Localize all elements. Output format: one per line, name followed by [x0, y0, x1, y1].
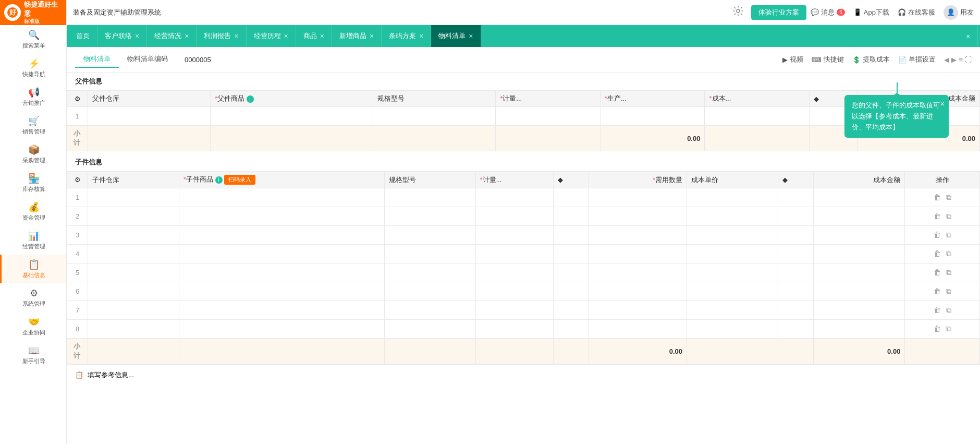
child-unit-cell[interactable]	[475, 301, 553, 320]
child-unitcost-cell[interactable]	[687, 320, 778, 339]
child-extra2-cell[interactable]	[778, 282, 814, 301]
child-qty-cell[interactable]	[589, 320, 687, 339]
child-qty-cell[interactable]	[589, 301, 687, 320]
child-spec-cell[interactable]	[384, 188, 475, 207]
child-warehouse-cell[interactable]	[88, 245, 179, 263]
child-product-cell[interactable]	[179, 301, 384, 320]
tab-operations[interactable]: 经营情况 ×	[147, 25, 197, 47]
tab-close-icon[interactable]: ×	[469, 32, 473, 40]
tab-close-icon[interactable]: ×	[320, 32, 324, 40]
single-settings-action[interactable]: 📄 单据设置	[898, 55, 936, 64]
sidebar-item-guide[interactable]: 📖 新手引导	[0, 341, 66, 369]
page-tab-bom[interactable]: 物料清单	[75, 51, 119, 68]
copy-btn[interactable]: ⧉	[946, 287, 951, 295]
child-qty-cell[interactable]	[589, 207, 687, 226]
child-warehouse-cell[interactable]	[88, 226, 179, 245]
child-unit-cell[interactable]	[475, 320, 553, 339]
online-service-action[interactable]: 🎧 在线客服	[898, 8, 935, 17]
user-action[interactable]: 👤 用友	[944, 5, 974, 20]
delete-btn[interactable]: 🗑	[934, 268, 941, 277]
child-warehouse-cell[interactable]	[88, 207, 179, 226]
parent-unit-cell[interactable]	[496, 107, 601, 126]
copy-btn[interactable]: ⧉	[946, 325, 951, 333]
child-warehouse-cell[interactable]	[88, 320, 179, 339]
child-product-cell[interactable]	[179, 207, 384, 226]
child-unit-cell[interactable]	[475, 226, 553, 245]
copy-btn[interactable]: ⧉	[946, 193, 951, 201]
delete-btn[interactable]: 🗑	[934, 231, 941, 239]
child-warehouse-cell[interactable]	[88, 188, 179, 207]
child-extra2-cell[interactable]	[778, 226, 814, 245]
scan-btn[interactable]: 扫码录入	[224, 175, 255, 185]
tab-close-icon[interactable]: ×	[284, 32, 288, 40]
child-qty-cell[interactable]	[589, 226, 687, 245]
parent-cost-cell[interactable]	[705, 107, 810, 126]
child-qty-cell[interactable]	[589, 188, 687, 207]
child-unit-cell[interactable]	[475, 282, 553, 301]
parent-spec-cell[interactable]	[373, 107, 496, 126]
sidebar-item-collab[interactable]: 🤝 企业协同	[0, 312, 66, 341]
child-unitcost-cell[interactable]	[687, 226, 778, 245]
tab-home[interactable]: 首页	[69, 25, 97, 47]
delete-btn[interactable]: 🗑	[934, 249, 941, 258]
sidebar-item-marketing[interactable]: 📢 营销推广	[0, 82, 66, 111]
child-extra1-cell[interactable]	[553, 263, 589, 282]
try-btn[interactable]: 体验行业方案	[751, 5, 806, 20]
child-qty-cell[interactable]	[589, 282, 687, 301]
child-extra2-cell[interactable]	[778, 207, 814, 226]
parent-product-cell[interactable]	[210, 107, 373, 126]
tab-history[interactable]: 经营历程 ×	[247, 25, 296, 47]
child-unitcost-cell[interactable]	[687, 282, 778, 301]
child-warehouse-cell[interactable]	[88, 263, 179, 282]
tab-profit[interactable]: 利润报告 ×	[197, 25, 246, 47]
settings-button[interactable]	[732, 5, 747, 20]
sidebar-item-search[interactable]: 🔍 搜索菜单	[0, 25, 66, 54]
tab-new-goods[interactable]: 新增商品 ×	[332, 25, 382, 47]
child-unitcost-cell[interactable]	[687, 263, 778, 282]
col-settings[interactable]: ⚙	[67, 91, 88, 107]
child-spec-cell[interactable]	[384, 245, 475, 263]
child-unitcost-cell[interactable]	[687, 245, 778, 263]
child-extra1-cell[interactable]	[553, 282, 589, 301]
tab-close-icon[interactable]: ×	[234, 32, 238, 40]
child-product-cell[interactable]	[179, 320, 384, 339]
tab-customer[interactable]: 客户联络 ×	[97, 25, 147, 47]
copy-btn[interactable]: ⧉	[946, 268, 951, 277]
child-unitcost-cell[interactable]	[687, 301, 778, 320]
extract-cost-action[interactable]: 💲 提取成本	[852, 55, 890, 64]
delete-btn[interactable]: 🗑	[934, 306, 941, 314]
message-action[interactable]: 💬 消息 6	[811, 8, 845, 17]
child-unitcost-cell[interactable]	[687, 188, 778, 207]
tab-close-icon[interactable]: ×	[135, 32, 139, 40]
child-spec-cell[interactable]	[384, 282, 475, 301]
child-extra1-cell[interactable]	[553, 226, 589, 245]
next-icon[interactable]: ▶	[951, 56, 957, 64]
sidebar-item-system[interactable]: ⚙ 系统管理	[0, 283, 66, 312]
tab-close-icon[interactable]: ×	[370, 32, 374, 40]
parent-warehouse-cell[interactable]	[88, 107, 211, 126]
child-spec-cell[interactable]	[384, 301, 475, 320]
child-extra2-cell[interactable]	[778, 188, 814, 207]
child-unit-cell[interactable]	[475, 263, 553, 282]
child-spec-cell[interactable]	[384, 207, 475, 226]
tab-close-icon[interactable]: ×	[185, 32, 189, 40]
child-col-settings[interactable]: ⚙	[67, 172, 88, 188]
child-extra2-cell[interactable]	[778, 263, 814, 282]
child-unit-cell[interactable]	[475, 245, 553, 263]
child-product-cell[interactable]	[179, 282, 384, 301]
child-product-cell[interactable]	[179, 245, 384, 263]
copy-btn[interactable]: ⧉	[946, 306, 951, 314]
child-extra2-cell[interactable]	[778, 320, 814, 339]
copy-btn[interactable]: ⧉	[946, 249, 951, 258]
child-product-cell[interactable]	[179, 263, 384, 282]
child-extra1-cell[interactable]	[553, 245, 589, 263]
sidebar-item-purchase[interactable]: 📦 采购管理	[0, 140, 66, 169]
child-extra2-cell[interactable]	[778, 245, 814, 263]
child-qty-cell[interactable]	[589, 263, 687, 282]
delete-btn[interactable]: 🗑	[934, 193, 941, 201]
sidebar-item-operations[interactable]: 📊 经营管理	[0, 226, 66, 255]
child-product-cell[interactable]	[179, 226, 384, 245]
child-unit-cell[interactable]	[475, 207, 553, 226]
child-product-cell[interactable]	[179, 188, 384, 207]
expand-icon[interactable]: ⛶	[965, 56, 972, 64]
